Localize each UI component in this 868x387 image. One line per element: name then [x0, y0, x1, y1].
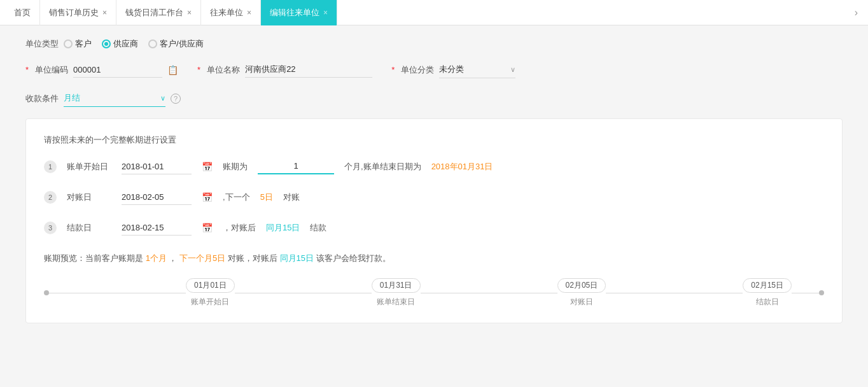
unit-code-input[interactable] — [73, 62, 162, 78]
row-suffix-1a: 账期为 — [223, 161, 248, 172]
timeline-label-3: 结款日 — [756, 297, 779, 307]
radio-supplier-label: 供应商 — [113, 38, 138, 50]
date-input-2[interactable] — [122, 190, 192, 205]
tab-sales-order-history[interactable]: 销售订单历史 × — [40, 0, 116, 25]
radio-supplier-circle — [102, 39, 111, 48]
tab-home-label: 首页 — [14, 7, 31, 18]
timeline-label-2: 对账日 — [570, 297, 593, 307]
row-suffix-2b: 对账 — [283, 192, 300, 203]
row-suffix-3a: ，对账后 — [223, 222, 256, 234]
preview-sep1: ， — [169, 253, 177, 263]
unit-name-input[interactable] — [245, 62, 372, 78]
unit-code-label: 单位编码 — [35, 64, 68, 76]
tab-partner-units[interactable]: 往来单位 × — [201, 0, 261, 25]
row-highlight-2: 5日 — [260, 192, 273, 203]
row-suffix-1b: 个月,账单结束日期为 — [344, 161, 421, 172]
timeline: 01月01日 账单开始日 01月31日 账单结束日 02月05日 对账日 02月… — [44, 278, 824, 307]
timeline-label-1: 账单结束日 — [377, 297, 415, 307]
timeline-seg-3 — [606, 293, 743, 293]
unit-code-icon[interactable]: 📋 — [167, 65, 178, 75]
tab-cash-label: 钱货日清工作台 — [125, 7, 183, 18]
tab-cash-close-icon[interactable]: × — [187, 8, 192, 17]
radio-both[interactable]: 客户/供应商 — [148, 38, 204, 50]
unit-info-row: * 单位编码 📋 * 单位名称 * 单位分类 未分类 ∨ — [25, 61, 843, 78]
tab-sales-close-icon[interactable]: × — [102, 8, 107, 17]
unit-type-radio-group: 客户 供应商 客户/供应商 — [64, 38, 204, 50]
calendar-icon-2[interactable]: 📅 — [202, 192, 213, 202]
preview-p1: 1个月 — [146, 253, 167, 263]
row-highlight-1: 2018年01月31日 — [431, 161, 493, 172]
unit-name-label: 单位名称 — [207, 64, 240, 76]
timeline-seg-1 — [235, 293, 372, 293]
tab-sales-label: 销售订单历史 — [49, 7, 99, 18]
timeline-bubble-1: 01月31日 — [372, 278, 421, 293]
row-num-1: 1 — [44, 160, 57, 173]
tab-partner-close-icon[interactable]: × — [247, 8, 251, 17]
unit-name-group: * 单位名称 — [197, 62, 372, 78]
unit-category-select[interactable]: 未分类 ∨ — [439, 61, 515, 78]
timeline-bubble-2: 02月05日 — [557, 278, 606, 293]
radio-both-circle — [148, 39, 157, 48]
tab-partner-label: 往来单位 — [210, 7, 243, 18]
unit-category-value: 未分类 — [439, 64, 508, 75]
timeline-seg-4 — [792, 293, 819, 293]
unit-category-group: * 单位分类 未分类 ∨ — [391, 61, 515, 78]
unit-type-row: 单位类型 客户 供应商 客户/供应商 — [25, 38, 843, 50]
unit-code-star: * — [25, 65, 29, 74]
unit-code-group: * 单位编码 📋 — [25, 62, 178, 78]
timeline-start-dot — [44, 290, 49, 295]
row-num-3: 3 — [44, 222, 57, 234]
timeline-bubble-0: 01月01日 — [186, 278, 235, 293]
timeline-bubble-3: 02月15日 — [743, 278, 792, 293]
payment-select[interactable]: 月结 ∨ — [64, 90, 165, 107]
help-icon[interactable]: ? — [171, 94, 181, 104]
card-title: 请按照未来的一个完整帐期进行设置 — [44, 134, 824, 146]
payment-group: 收款条件 月结 ∨ ? — [25, 90, 181, 107]
preview-label: 账期预览：当前客户账期是 — [44, 253, 143, 263]
tab-cash-work[interactable]: 钱货日清工作台 × — [116, 0, 201, 25]
calendar-icon-3[interactable]: 📅 — [202, 223, 213, 233]
preview-p2: 下一个月5日 — [179, 253, 225, 263]
row-highlight-3: 同月15日 — [266, 222, 300, 234]
period-card: 请按照未来的一个完整帐期进行设置 1 账单开始日 📅 账期为 个月,账单结束日期… — [25, 118, 843, 323]
period-row-2: 2 对账日 📅 ,下一个 5日 对账 — [44, 190, 824, 205]
tab-scroll-right[interactable]: › — [850, 7, 863, 18]
tab-edit-partner[interactable]: 编辑往来单位 × — [261, 0, 337, 25]
date-input-3[interactable] — [122, 220, 192, 236]
unit-type-label: 单位类型 — [25, 38, 59, 50]
timeline-point-3: 02月15日 结款日 — [743, 278, 792, 307]
tab-bar: 首页 销售订单历史 × 钱货日清工作台 × 往来单位 × 编辑往来单位 × › — [0, 0, 868, 25]
row-label-2: 对账日 — [67, 192, 111, 203]
period-row-3: 3 结款日 📅 ，对账后 同月15日 结款 — [44, 220, 824, 236]
payment-value: 月结 — [64, 92, 160, 104]
unit-category-label: 单位分类 — [401, 64, 434, 76]
row-suffix-3b: 结款 — [310, 222, 326, 234]
period-value-input[interactable] — [258, 158, 334, 174]
tab-edit-label: 编辑往来单位 — [270, 7, 319, 18]
radio-customer[interactable]: 客户 — [64, 38, 92, 50]
row-label-1: 账单开始日 — [67, 161, 111, 172]
timeline-point-2: 02月05日 对账日 — [557, 278, 606, 307]
unit-type-group: 单位类型 客户 供应商 客户/供应商 — [25, 38, 204, 50]
preview-text: 账期预览：当前客户账期是 1个月 ， 下一个月5日 对账，对账后 同月15日 该… — [44, 251, 824, 265]
row-num-2: 2 — [44, 191, 57, 204]
chevron-down-icon: ∨ — [510, 66, 515, 74]
timeline-end-dot — [819, 290, 824, 295]
row-label-3: 结款日 — [67, 222, 111, 234]
unit-name-star: * — [197, 65, 200, 74]
preview-sep2: 对账，对账后 — [228, 253, 277, 263]
payment-chevron-icon: ∨ — [160, 94, 165, 102]
main-content: 单位类型 客户 供应商 客户/供应商 * 单位编码 — [0, 25, 868, 387]
tab-home[interactable]: 首页 — [5, 0, 40, 25]
tab-edit-close-icon[interactable]: × — [323, 8, 328, 17]
preview-p3: 同月15日 — [280, 253, 314, 263]
timeline-seg-2 — [421, 293, 557, 293]
unit-category-star: * — [391, 65, 395, 74]
timeline-seg-0 — [49, 293, 186, 293]
calendar-icon-1[interactable]: 📅 — [202, 162, 213, 172]
radio-supplier[interactable]: 供应商 — [102, 38, 138, 50]
payment-row: 收款条件 月结 ∨ ? — [25, 90, 843, 107]
timeline-point-1: 01月31日 账单结束日 — [372, 278, 421, 307]
period-row-1: 1 账单开始日 📅 账期为 个月,账单结束日期为 2018年01月31日 — [44, 158, 824, 174]
date-input-1[interactable] — [122, 159, 192, 174]
